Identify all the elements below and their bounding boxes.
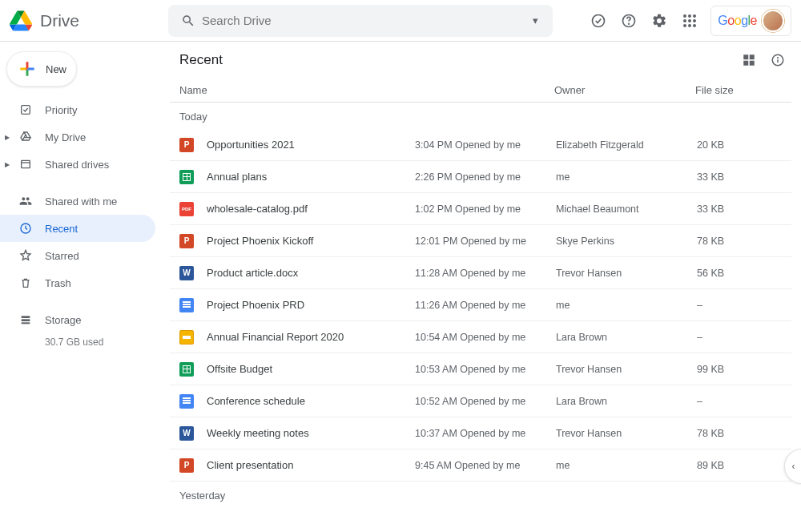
- logo[interactable]: Drive: [10, 10, 168, 31]
- file-name: Product article.docx: [207, 267, 415, 279]
- file-size: 78 KB: [697, 236, 782, 247]
- storage-icon: [19, 313, 37, 326]
- nav-recent[interactable]: Recent: [0, 215, 155, 242]
- file-time: 10:52 AM Opened by me: [415, 396, 556, 407]
- header: Drive ▾ Google: [0, 0, 801, 42]
- file-name: Offsite Budget: [207, 363, 415, 375]
- svg-point-23: [778, 58, 779, 58]
- file-time: 1:02 PM Opened by me: [415, 204, 556, 215]
- file-owner: Elizabeth Fitzgerald: [556, 139, 697, 151]
- search-options-icon[interactable]: ▾: [524, 14, 546, 26]
- svg-rect-16: [22, 319, 30, 321]
- file-time: 11:26 AM Opened by me: [415, 300, 556, 311]
- svg-point-10: [688, 24, 691, 27]
- file-type-icon: [179, 138, 194, 152]
- file-size: –: [697, 332, 782, 343]
- nav-storage[interactable]: Storage: [0, 306, 155, 333]
- svg-point-9: [683, 24, 686, 27]
- search-bar[interactable]: ▾: [168, 5, 553, 37]
- drive-logo-icon: [10, 10, 32, 31]
- new-button[interactable]: New: [6, 51, 77, 87]
- column-headers: Name Owner File size: [170, 79, 791, 103]
- file-row[interactable]: Conference schedule10:52 AM Opened by me…: [170, 385, 791, 417]
- sidebar: New Priority ▶ My Drive ▶ Shared drives …: [0, 42, 163, 532]
- recent-icon: [19, 222, 37, 235]
- file-type-icon: [179, 426, 194, 441]
- file-row[interactable]: Client presentation9:45 AM Opened by mem…: [170, 449, 791, 482]
- file-owner: Lara Brown: [556, 332, 697, 343]
- file-row[interactable]: Project Phoenix Kickoff12:01 PM Opened b…: [170, 225, 791, 257]
- file-list: TodayOpportunities 20213:04 PM Opened by…: [170, 103, 791, 508]
- file-name: wholesale-catalog.pdf: [207, 203, 415, 215]
- file-type-icon: [179, 266, 194, 280]
- nav-shared-with-me[interactable]: Shared with me: [0, 187, 155, 215]
- header-actions: Google: [589, 6, 795, 36]
- svg-point-3: [683, 14, 686, 18]
- svg-point-7: [688, 19, 691, 22]
- shared-drives-icon: [19, 158, 37, 171]
- nav-my-drive[interactable]: ▶ My Drive: [0, 123, 155, 151]
- expand-icon[interactable]: ▶: [5, 134, 10, 141]
- file-owner: Trevor Hansen: [556, 268, 697, 279]
- avatar[interactable]: [762, 10, 784, 32]
- nav-starred[interactable]: Starred: [0, 242, 155, 269]
- file-size: –: [697, 396, 782, 407]
- file-row[interactable]: Weekly meeting notes10:37 AM Opened by m…: [170, 417, 791, 449]
- file-type-icon: [179, 394, 194, 409]
- view-details-icon[interactable]: [769, 51, 787, 69]
- file-time: 2:26 PM Opened by me: [415, 171, 556, 183]
- nav-priority[interactable]: Priority: [0, 96, 155, 123]
- file-time: 10:37 AM Opened by me: [415, 428, 556, 439]
- file-row[interactable]: Annual plans2:26 PM Opened by meme33 KB: [170, 161, 791, 193]
- file-name: Annual plans: [207, 171, 415, 183]
- nav-list: Priority ▶ My Drive ▶ Shared drives Shar…: [0, 96, 163, 333]
- file-owner: Trevor Hansen: [556, 364, 697, 375]
- group-label: Yesterday: [170, 482, 791, 508]
- file-time: 11:28 AM Opened by me: [415, 268, 556, 279]
- google-account[interactable]: Google: [710, 6, 791, 36]
- file-name: Conference schedule: [207, 395, 415, 407]
- file-name: Project Phoenix PRD: [207, 299, 415, 311]
- file-size: 89 KB: [697, 460, 782, 471]
- file-time: 10:54 AM Opened by me: [415, 332, 556, 343]
- file-size: 20 KB: [697, 139, 782, 151]
- file-owner: me: [556, 300, 697, 311]
- svg-rect-17: [22, 322, 30, 324]
- app-title: Drive: [40, 11, 79, 30]
- search-input[interactable]: [202, 14, 524, 27]
- file-row[interactable]: Annual Financial Report 202010:54 AM Ope…: [170, 321, 791, 353]
- col-size[interactable]: File size: [695, 84, 782, 96]
- file-row[interactable]: Product article.docx11:28 AM Opened by m…: [170, 257, 791, 289]
- svg-point-8: [693, 19, 696, 22]
- svg-point-5: [693, 14, 696, 18]
- file-owner: Skye Perkins: [556, 236, 697, 247]
- file-time: 3:04 PM Opened by me: [415, 139, 556, 151]
- new-button-label: New: [46, 63, 66, 75]
- offline-status-icon[interactable]: [589, 11, 608, 30]
- nav-trash[interactable]: Trash: [0, 269, 155, 296]
- expand-icon[interactable]: ▶: [5, 161, 10, 168]
- svg-rect-13: [22, 160, 30, 167]
- file-type-icon: [179, 458, 194, 473]
- priority-icon: [19, 103, 37, 116]
- file-row[interactable]: wholesale-catalog.pdf1:02 PM Opened by m…: [170, 193, 791, 225]
- file-type-icon: [179, 362, 194, 377]
- nav-shared-drives[interactable]: ▶ Shared drives: [0, 151, 155, 178]
- apps-icon[interactable]: [680, 11, 699, 30]
- support-icon[interactable]: [619, 11, 638, 30]
- file-time: 10:53 AM Opened by me: [415, 364, 556, 375]
- col-owner[interactable]: Owner: [554, 84, 695, 96]
- settings-icon[interactable]: [650, 11, 669, 30]
- file-type-icon: [179, 202, 194, 216]
- grid-view-icon[interactable]: [740, 51, 758, 69]
- file-size: 33 KB: [697, 171, 782, 183]
- file-time: 12:01 PM Opened by me: [415, 236, 556, 247]
- file-name: Weekly meeting notes: [207, 427, 415, 439]
- file-row[interactable]: Opportunities 20213:04 PM Opened by meEl…: [170, 129, 791, 161]
- col-name[interactable]: Name: [179, 84, 413, 96]
- storage-used-text: 30.7 GB used: [0, 337, 163, 348]
- file-row[interactable]: Offsite Budget10:53 AM Opened by meTrevo…: [170, 353, 791, 385]
- file-owner: me: [556, 171, 697, 183]
- file-row[interactable]: Project Phoenix PRD11:26 AM Opened by me…: [170, 289, 791, 321]
- svg-point-2: [629, 23, 630, 24]
